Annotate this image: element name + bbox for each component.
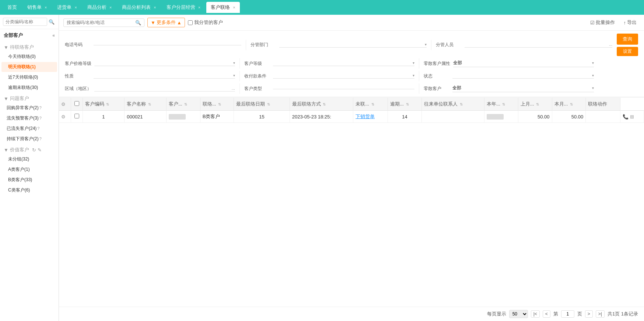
close-tab-icon[interactable]: × <box>74 5 77 10</box>
query-button[interactable]: 查询 <box>617 34 638 45</box>
sort-icon-un[interactable]: ⇅ <box>371 102 374 106</box>
contact-method-link[interactable]: 下销货单 <box>356 114 375 119</box>
region-select[interactable]: ... <box>94 86 235 92</box>
select-all-checkbox[interactable] <box>74 101 79 106</box>
problem-item[interactable]: 流失预警客户(3)? <box>1 113 57 123</box>
sidebar-search-input[interactable] <box>3 18 47 26</box>
sort-icon-year[interactable]: ⇅ <box>502 102 505 106</box>
retail-select[interactable]: 全部 ▾ <box>452 85 594 92</box>
chevron-up-icon: ▲ <box>177 20 182 25</box>
problem-item[interactable]: 已流失客户(24)? <box>1 124 57 134</box>
nav-item-首页[interactable]: 首页 <box>3 2 21 13</box>
settings-icon[interactable]: ⚙ <box>61 101 66 107</box>
th-un-contact: 未联... ⇅ <box>353 98 388 111</box>
th-last-month-label: 上月... <box>521 101 534 107</box>
status-arrow: ▾ <box>592 73 594 77</box>
sort-icon-name[interactable]: ⇅ <box>148 102 151 106</box>
sort-icon-date[interactable]: ⇅ <box>267 102 270 106</box>
retail-attr-value: 全部 <box>453 60 462 66</box>
triangle-icon: ▼ <box>4 45 8 50</box>
close-tab-icon[interactable]: × <box>233 5 235 10</box>
sort-icon-code[interactable]: ⇅ <box>106 102 109 106</box>
checkbox-icon: ☑ <box>590 20 595 25</box>
more-filter-button[interactable]: ▼ 更多条件 ▲ <box>147 18 185 27</box>
all-customers-header[interactable]: 全部客户 « <box>0 29 59 42</box>
customer-level-select[interactable]: ▾ <box>273 61 414 66</box>
main-search-input[interactable] <box>67 20 135 25</box>
person-select[interactable]: ... <box>465 42 612 48</box>
right-actions: ☑ 批量操作 ↑ 导出 <box>587 18 640 27</box>
sort-icon-contact[interactable]: ⇅ <box>218 102 221 106</box>
value-item[interactable]: 未分组(32) <box>1 154 57 164</box>
value-item[interactable]: C类客户(6) <box>1 185 57 195</box>
sort-icon-lmonth[interactable]: ⇅ <box>536 102 539 106</box>
prev-page-button[interactable]: < <box>543 310 550 318</box>
th-this-year: 本年... ⇅ <box>484 98 518 111</box>
value-refresh-icon[interactable]: ↻ <box>32 147 36 153</box>
my-customer-checkbox[interactable] <box>188 20 193 25</box>
price-level-select[interactable]: ▾ <box>94 61 235 66</box>
page-num-input[interactable] <box>561 310 574 318</box>
help-icon[interactable]: ? <box>39 116 42 120</box>
table-cell: 📞⊞ <box>620 111 644 123</box>
pending-item[interactable]: 明天待联络(1) <box>1 62 57 72</box>
value-item[interactable]: B类客户(33) <box>1 175 57 185</box>
batch-op-button[interactable]: ☑ 批量操作 <box>587 18 618 27</box>
status-select[interactable]: ▾ <box>452 73 594 79</box>
pending-item[interactable]: 逾期未联络(30) <box>1 83 57 93</box>
payment-arrow: ▾ <box>413 73 414 77</box>
nav-item-商品分析[interactable]: 商品分析× <box>83 2 116 13</box>
filter-divider-5 <box>239 71 240 81</box>
table-cell <box>71 111 83 123</box>
action-phone-icon[interactable]: 📞 <box>623 114 629 120</box>
next-page-button[interactable]: > <box>585 310 593 318</box>
problem-item[interactable]: 回购异常客户(2)? <box>1 103 57 113</box>
my-customer-checkbox-label[interactable]: 我分管的客户 <box>188 19 223 26</box>
payment-select[interactable]: ▾ <box>273 73 414 79</box>
nav-item-进货单[interactable]: 进货单× <box>53 2 81 13</box>
close-tab-icon[interactable]: × <box>109 5 112 10</box>
nav-item-客户分层经营[interactable]: 客户分层经营× <box>162 2 205 13</box>
dept-select[interactable]: ▾ <box>279 42 427 48</box>
help-icon[interactable]: ? <box>37 126 39 131</box>
set-button[interactable]: 设置 <box>617 47 638 56</box>
sidebar-search-icon[interactable]: 🔍 <box>49 19 55 25</box>
close-tab-icon[interactable]: × <box>45 5 47 10</box>
pending-item[interactable]: 今天待联络(0) <box>1 52 57 62</box>
row-checkbox[interactable] <box>74 114 79 118</box>
help-icon[interactable]: ? <box>39 137 42 141</box>
sort-icon-method[interactable]: ⇅ <box>323 102 326 106</box>
help-icon[interactable]: ? <box>39 106 42 110</box>
sort-icon-person[interactable]: ⇅ <box>460 102 463 106</box>
export-button[interactable]: ↑ 导出 <box>621 18 640 27</box>
nav-item-销售单[interactable]: 销售单× <box>23 2 51 13</box>
filter-cell-retail: 零散客户 全部 ▾ <box>424 85 594 92</box>
sort-icon-tmonth[interactable]: ⇅ <box>570 102 573 106</box>
per-page-select[interactable]: 50 100 200 <box>509 310 528 318</box>
nav-item-客户联络[interactable]: 客户联络× <box>206 2 239 13</box>
last-page-button[interactable]: >| <box>596 310 605 318</box>
nav-item-商品分析列表[interactable]: 商品分析列表× <box>118 2 160 13</box>
action-more-icon[interactable]: ⊞ <box>630 114 634 120</box>
blurred-name: █████ <box>169 114 186 120</box>
close-tab-icon[interactable]: × <box>154 5 156 10</box>
problem-item[interactable]: 持续下滑客户(2)? <box>1 134 57 144</box>
retail-attr-select[interactable]: 全部 ▾ <box>453 60 594 67</box>
close-tab-icon[interactable]: × <box>198 5 200 10</box>
value-item[interactable]: A类客户(1) <box>1 165 57 175</box>
sort-icon-overdue[interactable]: ⇅ <box>406 102 409 106</box>
value-edit-icon[interactable]: ✎ <box>38 147 42 153</box>
customer-type-select[interactable] <box>273 88 414 89</box>
first-page-button[interactable]: |< <box>531 310 540 318</box>
pending-item[interactable]: 近7天待联络(0) <box>1 72 57 82</box>
main-search-icon[interactable]: 🔍 <box>135 20 141 25</box>
retail-arrow: ▾ <box>592 86 594 90</box>
header-row: ⚙ 客户编码 ⇅ 客户名称 ⇅ <box>59 98 644 111</box>
row-gear-icon[interactable]: ⚙ <box>61 114 66 120</box>
th-last-method-label: 最后联络方式 <box>292 101 321 107</box>
th-overdue: 逾期... ⇅ <box>388 98 422 111</box>
sort-icon-type[interactable]: ⇅ <box>184 102 187 106</box>
phone-input[interactable] <box>94 44 241 45</box>
nature-select[interactable]: ▾ <box>94 73 235 79</box>
table-cell: 1 <box>83 111 125 123</box>
